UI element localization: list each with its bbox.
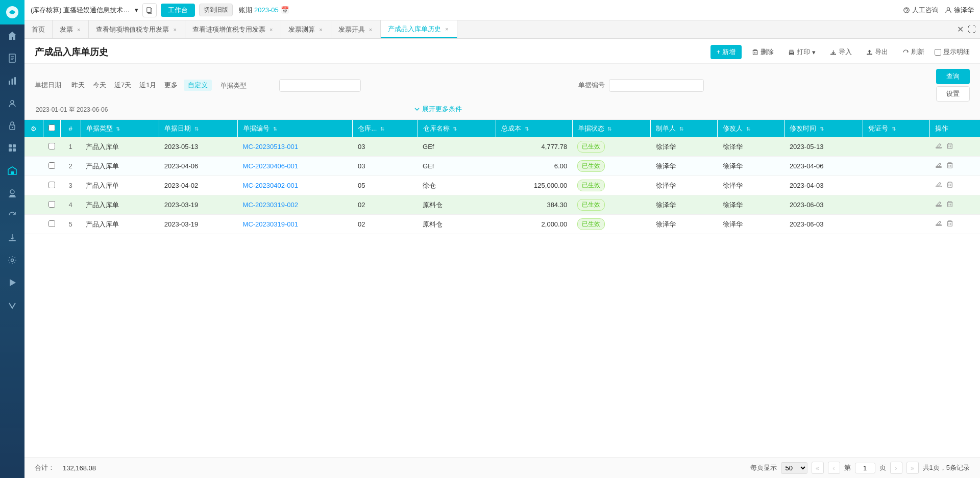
tab-product-history[interactable]: 产成品入库单历史 × bbox=[381, 20, 457, 38]
sidebar-item-settings[interactable] bbox=[0, 249, 24, 271]
tab-open-close[interactable]: × bbox=[368, 26, 373, 33]
sidebar-item-v[interactable] bbox=[0, 294, 24, 316]
tab-home[interactable]: 首页 bbox=[24, 20, 53, 38]
edit-icon[interactable] bbox=[935, 142, 942, 151]
query-button[interactable]: 查询 bbox=[936, 69, 970, 84]
print-button[interactable]: 打印 ▾ bbox=[784, 45, 820, 59]
expand-filter-button[interactable]: 展开更多条件 bbox=[414, 105, 462, 114]
calendar-icon[interactable]: 📅 bbox=[281, 6, 289, 14]
sidebar-item-lock[interactable] bbox=[0, 114, 24, 137]
cell-checkbox bbox=[43, 215, 60, 234]
sidebar-item-warehouse[interactable] bbox=[0, 159, 24, 182]
row-checkbox[interactable] bbox=[48, 162, 55, 169]
delete-row-icon[interactable] bbox=[946, 181, 953, 190]
shortcut-more[interactable]: 更多 bbox=[162, 80, 180, 91]
company-selector[interactable]: (库存核算) 直播轻娱通信息技术股份... ▾ bbox=[31, 6, 138, 15]
cell-warehouse-name: 原料仓 bbox=[418, 195, 496, 215]
sidebar-item-chart[interactable] bbox=[0, 69, 24, 92]
export-button[interactable]: 导出 bbox=[862, 45, 892, 59]
svg-rect-33 bbox=[867, 54, 872, 55]
shortcut-yesterday[interactable]: 昨天 bbox=[69, 80, 87, 91]
number-input[interactable] bbox=[609, 79, 704, 92]
tab-invoice-close[interactable]: × bbox=[76, 26, 81, 33]
import-button[interactable]: 导入 bbox=[826, 45, 856, 59]
delete-row-icon[interactable] bbox=[946, 220, 953, 229]
display-toggle-label: 显示明细 bbox=[943, 47, 970, 57]
row-checkbox[interactable] bbox=[48, 201, 55, 208]
cell-num: 4 bbox=[60, 195, 81, 215]
edit-icon[interactable] bbox=[935, 220, 942, 229]
row-checkbox[interactable] bbox=[48, 220, 55, 227]
row-checkbox[interactable] bbox=[48, 143, 55, 149]
sidebar-item-docs[interactable] bbox=[0, 47, 24, 69]
display-toggle-checkbox[interactable] bbox=[935, 49, 941, 56]
delete-row-icon[interactable] bbox=[946, 162, 953, 170]
select-all-checkbox[interactable] bbox=[48, 124, 55, 131]
copy-button[interactable] bbox=[142, 3, 157, 17]
number-link[interactable]: MC-20230406-001 bbox=[243, 162, 298, 170]
delete-row-icon[interactable] bbox=[946, 200, 953, 209]
svg-point-26 bbox=[947, 7, 949, 10]
sidebar-item-download[interactable] bbox=[0, 227, 24, 249]
refresh-button[interactable]: 刷新 bbox=[898, 45, 928, 59]
tab-invoice[interactable]: 发票 × bbox=[53, 20, 89, 38]
tab-invoice-calc[interactable]: 发票测算 × bbox=[281, 20, 331, 38]
number-link[interactable]: MC-20230319-002 bbox=[243, 201, 298, 209]
last-page-button[interactable]: » bbox=[906, 462, 919, 474]
type-select[interactable] bbox=[279, 79, 361, 92]
close-all-tabs-button[interactable]: ✕ bbox=[957, 24, 964, 34]
switch-version-button[interactable]: 切到旧版 bbox=[199, 4, 233, 16]
prev-page-button[interactable]: ‹ bbox=[828, 462, 840, 474]
sidebar-logo[interactable] bbox=[0, 0, 24, 24]
set-button[interactable]: 设置 bbox=[936, 86, 970, 102]
sidebar-item-grid[interactable] bbox=[0, 137, 24, 159]
next-page-button[interactable]: › bbox=[890, 462, 902, 474]
delete-button[interactable]: 删除 bbox=[748, 45, 778, 59]
new-button[interactable]: + 新增 bbox=[710, 45, 742, 59]
service-button[interactable]: 人工咨询 bbox=[903, 6, 939, 15]
maximize-button[interactable]: ⛶ bbox=[968, 25, 976, 34]
svg-rect-19 bbox=[9, 240, 16, 241]
company-dropdown-icon[interactable]: ▾ bbox=[135, 6, 138, 14]
cell-modifier: 徐泽华 bbox=[718, 195, 785, 215]
edit-icon[interactable] bbox=[935, 181, 942, 190]
first-page-button[interactable]: « bbox=[812, 462, 824, 474]
user-menu[interactable]: 徐泽华 bbox=[945, 6, 974, 15]
page-number-input[interactable] bbox=[855, 463, 875, 473]
svg-rect-14 bbox=[13, 148, 16, 152]
sidebar-item-home[interactable] bbox=[0, 24, 24, 47]
number-link[interactable]: MC-20230513-001 bbox=[243, 143, 298, 150]
tab-calc-close[interactable]: × bbox=[318, 26, 323, 33]
th-settings[interactable]: ⚙ bbox=[24, 120, 43, 137]
sidebar-item-play[interactable] bbox=[0, 271, 24, 294]
table-row: 2 产品入库单 2023-04-06 MC-20230406-001 03 GE… bbox=[24, 157, 980, 176]
workbench-button[interactable]: 工作台 bbox=[161, 4, 195, 17]
delete-row-icon[interactable] bbox=[946, 142, 953, 151]
cell-settings bbox=[24, 137, 43, 157]
per-page-select[interactable]: 50 100 bbox=[781, 462, 807, 474]
edit-icon[interactable] bbox=[935, 200, 942, 209]
period-label: 账期 bbox=[239, 6, 252, 15]
tab-invoice-open[interactable]: 发票开具 × bbox=[331, 20, 381, 38]
row-checkbox[interactable] bbox=[48, 182, 55, 188]
th-checkbox bbox=[43, 120, 60, 137]
cell-date: 2023-04-06 bbox=[159, 157, 238, 176]
edit-icon[interactable] bbox=[935, 162, 942, 170]
svg-marker-21 bbox=[10, 279, 16, 286]
number-link[interactable]: MC-20230319-001 bbox=[243, 220, 298, 228]
number-link[interactable]: MC-20230402-001 bbox=[243, 182, 298, 189]
tab-view-sales-vat[interactable]: 查看销项增值税专用发票 × bbox=[89, 20, 185, 38]
shortcut-custom[interactable]: 自定义 bbox=[184, 80, 212, 91]
tab-view-purchase-vat[interactable]: 查看进项增值税专用发票 × bbox=[185, 20, 281, 38]
tab-sales-close[interactable]: × bbox=[172, 26, 177, 33]
shortcut-today[interactable]: 今天 bbox=[91, 80, 108, 91]
sidebar-item-2[interactable] bbox=[0, 92, 24, 114]
cell-total-cost: 2,000.00 bbox=[496, 215, 572, 234]
tab-history-close[interactable]: × bbox=[444, 26, 449, 33]
print-dropdown-icon[interactable]: ▾ bbox=[812, 48, 816, 56]
sidebar-item-stamp[interactable] bbox=[0, 182, 24, 204]
shortcut-7days[interactable]: 近7天 bbox=[112, 80, 133, 91]
shortcut-1month[interactable]: 近1月 bbox=[137, 80, 158, 91]
sidebar-item-refresh[interactable] bbox=[0, 204, 24, 227]
tab-purchase-close[interactable]: × bbox=[268, 26, 274, 33]
